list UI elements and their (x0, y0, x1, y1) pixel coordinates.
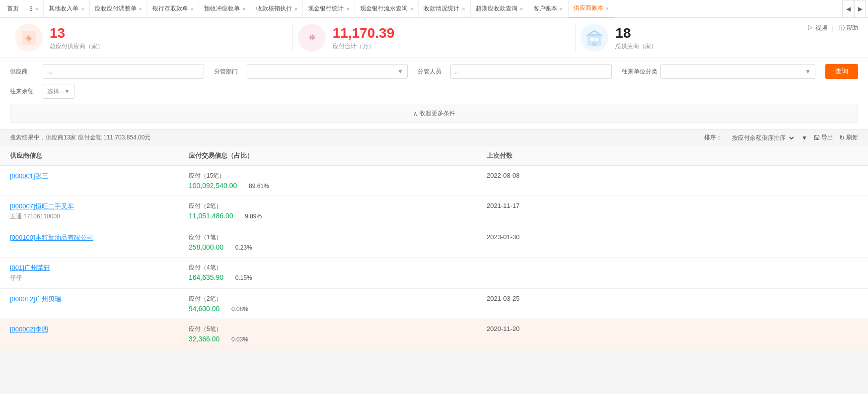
category-dropdown-icon: ▼ (805, 68, 811, 75)
collapse-box: ∧ 收起更多条件 (10, 104, 858, 123)
refresh-button[interactable]: ↻ 刷新 (839, 133, 858, 142)
sort-dropdown-icon: ▼ (801, 134, 807, 141)
top-navigation: 首页 3 × 其他收入单 × 应收应付调整单 × 银行存取款单 × 预收冲应收单… (0, 0, 868, 18)
supplier-filter-label: 供应商 (10, 67, 40, 76)
close-tab-bank-deposit[interactable]: × (191, 6, 194, 12)
balance-select[interactable]: 选择... ▼ (43, 84, 74, 99)
amount-link-6[interactable]: 32,366.00 (189, 335, 219, 343)
help-icon: ⓘ (839, 24, 845, 31)
last-pay-2: 2021-11-17 (487, 202, 858, 209)
supplier-link-1[interactable]: [000001]张三 (10, 172, 189, 181)
supplier-info-5: [000012]广州贝瑞 (10, 295, 189, 305)
supplier-sub-2: 王通 17106110000 (10, 212, 189, 221)
nav-tab-customer-ledger[interactable]: 客户账本 × (528, 0, 568, 18)
supplier-sub-4: 仔仔 (10, 274, 189, 282)
nav-tab-receipt-exec[interactable]: 收款核销执行 × (251, 0, 303, 18)
amount-link-1[interactable]: 100,092,540.00 (189, 182, 237, 190)
supplier-icon: ◈ (15, 24, 43, 52)
supplier-link-6[interactable]: [000002]李四 (10, 325, 189, 334)
store-icon (580, 24, 608, 52)
amount-link-5[interactable]: 94,600.00 (189, 305, 219, 313)
nav-arrow-left[interactable]: ◀ (842, 0, 854, 18)
close-tab-other-income[interactable]: × (81, 6, 84, 12)
top-right-links: ▷ 视频 | ⓘ 帮助 (807, 24, 858, 32)
close-tab-prepay[interactable]: × (242, 6, 245, 12)
total-supplier-label: 总供应商（家） (615, 42, 657, 51)
supplier-link-5[interactable]: [000012]广州贝瑞 (10, 295, 189, 304)
nav-tab-cash-stat[interactable]: 现金银行统计 × (303, 0, 355, 18)
summary-info-suppliers: 13 总应付供应商（家） (50, 25, 103, 51)
svg-rect-8 (588, 34, 600, 36)
header-last-pay: 上次付数 (487, 151, 858, 160)
header-transaction: 应付交易信息（占比） (189, 151, 487, 160)
balance-filter-label: 往来余额 (10, 87, 40, 96)
last-pay-5: 2021-03-25 (487, 295, 858, 302)
dept-dropdown-icon: ▼ (397, 68, 403, 75)
sort-label: 排序： (704, 133, 722, 142)
last-pay-3: 2023-01-30 (487, 233, 858, 241)
nav-tab-bank-deposit[interactable]: 银行存取款单 × (147, 0, 199, 18)
person-input[interactable] (450, 64, 612, 79)
dept-select[interactable]: ▼ (247, 64, 408, 79)
nav-tab-prepay[interactable]: 预收冲应收单 × (199, 0, 251, 18)
supplier-link-3[interactable]: [000100]本特勤油品有限公司 (10, 233, 189, 242)
close-tab-receipt-stat[interactable]: × (462, 6, 465, 12)
filter-row-1: 供应商 分管部门 ▼ 分管人员 往来单位分类 ▼ (10, 64, 858, 79)
nav-tab-supplier-ledger[interactable]: 供应商账本 × (569, 0, 614, 18)
help-link[interactable]: ⓘ 帮助 (839, 24, 858, 32)
nav-tab-home[interactable]: 首页 (2, 0, 24, 18)
refresh-icon: ↻ (839, 134, 845, 141)
collapse-icon: ∧ (413, 110, 418, 117)
nav-tab-ar-ap-adjust[interactable]: 应收应付调整单 × (90, 0, 147, 18)
sort-select[interactable]: 按应付余额倒序排序 (728, 134, 796, 142)
last-pay-1: 2022-08-08 (487, 172, 858, 179)
amount-link-4[interactable]: 164,635.90 (189, 273, 223, 281)
table-row: [000100]本特勤油品有限公司 应付（1笔） 258,000.00 0.23… (0, 227, 868, 258)
close-tab-cash-stat[interactable]: × (346, 6, 349, 12)
export-button[interactable]: 🖫 导出 (813, 133, 833, 142)
transaction-info-3: 应付（1笔） 258,000.00 0.23% (189, 233, 487, 251)
balance-placeholder: 选择... (47, 87, 64, 96)
supplier-info-3: [000100]本特勤油品有限公司 (10, 233, 189, 244)
summary-card-payable-amount: ❋ 11,170.39 应付合计（万） (293, 24, 576, 52)
percent-1: 89.61% (249, 183, 269, 190)
category-filter: 往来单位分类 ▼ (622, 64, 816, 79)
collapse-button[interactable]: ∧ 收起更多条件 (10, 107, 858, 120)
nav-tab-other-income[interactable]: 其他收入单 × (44, 0, 89, 18)
nav-tab-3[interactable]: 3 × (24, 0, 44, 18)
main-content: 供应商信息 应付交易信息（占比） 上次付数 [000001]张三 应付（15笔）… (0, 146, 868, 394)
table-row: [000001]张三 应付（15笔） 100,092,540.00 89.61%… (0, 166, 868, 196)
category-select[interactable]: ▼ (660, 64, 816, 79)
nav-tab-cash-flow[interactable]: 现金银行流水查询 × (355, 0, 419, 18)
filter-section: 供应商 分管部门 ▼ 分管人员 往来单位分类 ▼ (0, 58, 868, 130)
search-button[interactable]: 查询 (825, 64, 858, 79)
video-link[interactable]: ▷ 视频 (807, 24, 827, 32)
supplier-link-2[interactable]: [000007]恒旺二手叉车 (10, 202, 189, 211)
nav-arrows: ◀ ▶ (842, 0, 866, 18)
summary-info-amount: 11,170.39 应付合计（万） (333, 25, 395, 51)
person-filter-label: 分管人员 (418, 67, 447, 76)
amount-link-2[interactable]: 11,051,486.00 (189, 212, 233, 220)
export-icon: 🖫 (813, 134, 820, 141)
supplier-link-4[interactable]: [001]广州荣轩 (10, 263, 189, 272)
close-tab-customer-ledger[interactable]: × (560, 6, 563, 12)
amount-link-3[interactable]: 258,000.00 (189, 243, 223, 251)
close-tab-cash-flow[interactable]: × (410, 6, 413, 12)
nav-tab-receipt-stat[interactable]: 收款情况统计 × (419, 0, 470, 18)
close-tab-supplier-ledger[interactable]: × (606, 5, 609, 11)
close-tab-receipt-exec[interactable]: × (294, 6, 297, 12)
nav-arrow-right[interactable]: ▶ (854, 0, 866, 18)
supplier-input[interactable] (43, 64, 204, 79)
close-tab-3[interactable]: × (35, 6, 38, 12)
payable-amount-value: 11,170.39 (333, 25, 395, 42)
transaction-info-5: 应付（2笔） 94,600.00 0.08% (189, 295, 487, 313)
close-tab-ar-ap-adjust[interactable]: × (139, 6, 142, 12)
transaction-info-4: 应付（4笔） 164,635.90 0.15% (189, 263, 487, 281)
nav-tab-overdue[interactable]: 超期应收款查询 × (471, 0, 528, 18)
trans-label-1: 应付（15笔） (189, 172, 487, 180)
video-icon: ▷ (807, 24, 813, 31)
supplier-filter: 供应商 (10, 64, 204, 79)
close-tab-overdue[interactable]: × (520, 6, 523, 12)
data-table: 供应商信息 应付交易信息（占比） 上次付数 [000001]张三 应付（15笔）… (0, 146, 868, 349)
trans-label-5: 应付（2笔） (189, 295, 487, 303)
